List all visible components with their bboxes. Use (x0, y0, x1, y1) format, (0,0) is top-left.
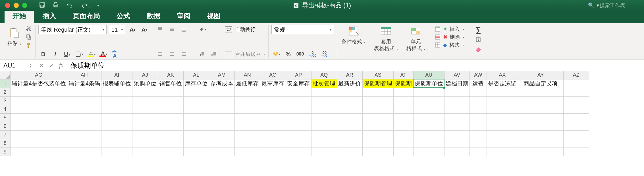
comma-icon[interactable]: 000 (295, 50, 305, 58)
cell-AM4[interactable] (209, 105, 234, 113)
cell-AW7[interactable] (470, 130, 487, 139)
cell-AO2[interactable] (260, 88, 286, 96)
cell-AZ2[interactable] (563, 88, 589, 96)
cell-AN4[interactable] (234, 105, 260, 113)
row-header-6[interactable]: 6 (0, 122, 10, 130)
cell-AP3[interactable] (286, 96, 311, 105)
name-box[interactable]: AU1 ▲▼ (0, 60, 34, 71)
cell-AV4[interactable] (444, 105, 470, 113)
cell-AQ7[interactable] (311, 130, 337, 139)
cell-AS2[interactable] (362, 88, 393, 96)
cell-AL8[interactable] (183, 139, 209, 148)
cell-AI7[interactable] (101, 130, 132, 139)
column-header-AK[interactable]: AK (158, 71, 183, 79)
cell-AV5[interactable] (444, 113, 470, 122)
cell-AH1[interactable]: 辅计量4条码 (67, 79, 101, 88)
tab-data[interactable]: 数据 (139, 9, 168, 23)
row-header-3[interactable]: 3 (0, 96, 10, 105)
cell-AT6[interactable] (393, 122, 413, 130)
cell-AI4[interactable] (101, 105, 132, 113)
cell-AW2[interactable] (470, 88, 487, 96)
cell-AN5[interactable] (234, 113, 260, 122)
align-bottom-icon[interactable] (179, 25, 189, 34)
cell-AS5[interactable] (362, 113, 393, 122)
cell-AI2[interactable] (101, 88, 132, 96)
cell-AY7[interactable] (518, 130, 563, 139)
cell-AY3[interactable] (518, 96, 563, 105)
cell-AS6[interactable] (362, 122, 393, 130)
fx-icon[interactable]: fx (59, 62, 63, 69)
column-header-AL[interactable]: AL (183, 71, 209, 79)
font-color-button[interactable]: A▾ (98, 50, 108, 58)
tab-formulas[interactable]: 公式 (109, 9, 138, 23)
cell-AO6[interactable] (260, 122, 286, 130)
cell-AS1[interactable]: 保质期管理 (362, 79, 393, 88)
cell-AG2[interactable] (10, 88, 67, 96)
cell-AY9[interactable] (518, 148, 563, 156)
row-header-1[interactable]: 1 (0, 79, 10, 88)
cell-AH4[interactable] (67, 105, 101, 113)
increase-font-icon[interactable]: A▴ (128, 25, 137, 34)
cell-AG8[interactable] (10, 139, 67, 148)
align-right-icon[interactable] (179, 50, 189, 58)
cell-AM7[interactable] (209, 130, 234, 139)
cell-AV2[interactable] (444, 88, 470, 96)
cell-AU2[interactable] (413, 88, 444, 96)
maximize-window-button[interactable] (22, 3, 27, 8)
cell-AO1[interactable]: 最高库存 (260, 79, 286, 88)
cell-AV1[interactable]: 建档日期 (444, 79, 470, 88)
cell-AM9[interactable] (209, 148, 234, 156)
cell-AU6[interactable] (413, 122, 444, 130)
increase-indent-icon[interactable] (209, 50, 219, 58)
undo-icon[interactable]: ▾ (66, 1, 75, 10)
cell-AG1[interactable]: 辅计量4是否包装单位 (10, 79, 67, 88)
column-header-AH[interactable]: AH (67, 71, 101, 79)
tab-home[interactable]: 开始 (5, 9, 34, 23)
cell-AY5[interactable] (518, 113, 563, 122)
cell-AJ5[interactable] (132, 113, 158, 122)
border-button[interactable]: ▾ (74, 50, 84, 58)
cell-AX5[interactable] (487, 113, 518, 122)
cell-AN3[interactable] (234, 96, 260, 105)
fill-icon[interactable] (473, 35, 483, 44)
paste-button[interactable]: 粘贴 ▾ (6, 27, 23, 47)
currency-icon[interactable]: ▾ (271, 50, 281, 58)
cell-AU3[interactable] (413, 96, 444, 105)
cell-AG9[interactable] (10, 148, 67, 156)
cell-AQ2[interactable] (311, 88, 337, 96)
cell-AQ1[interactable]: 批次管理 (311, 79, 337, 88)
cell-AN6[interactable] (234, 122, 260, 130)
column-header-AG[interactable]: AG (10, 71, 67, 79)
cell-AR2[interactable] (337, 88, 362, 96)
cell-AM8[interactable] (209, 139, 234, 148)
cell-AL2[interactable] (183, 88, 209, 96)
percent-icon[interactable]: % (283, 50, 293, 58)
row-header-9[interactable]: 9 (0, 148, 10, 156)
cell-AH7[interactable] (67, 130, 101, 139)
cell-AK3[interactable] (158, 96, 183, 105)
cell-AL3[interactable] (183, 96, 209, 105)
increase-decimal-icon[interactable]: .0→.00 (307, 50, 317, 58)
italic-button[interactable]: I (50, 50, 60, 58)
bold-button[interactable]: B (38, 50, 48, 58)
cell-AN1[interactable]: 最低库存 (234, 79, 260, 88)
cell-AV9[interactable] (444, 148, 470, 156)
cell-AK7[interactable] (158, 130, 183, 139)
copy-icon[interactable] (25, 34, 32, 40)
column-header-AX[interactable]: AX (487, 71, 518, 79)
cell-AS3[interactable] (362, 96, 393, 105)
search-input[interactable] (600, 3, 639, 9)
orientation-icon[interactable]: ab▾ (197, 25, 207, 34)
cell-AK5[interactable] (158, 113, 183, 122)
formula-input[interactable] (68, 62, 644, 69)
cell-AQ8[interactable] (311, 139, 337, 148)
cell-AR9[interactable] (337, 148, 362, 156)
cell-AT4[interactable] (393, 105, 413, 113)
cell-AH3[interactable] (67, 96, 101, 105)
column-header-AS[interactable]: AS (362, 71, 393, 79)
decrease-indent-icon[interactable] (197, 50, 207, 58)
print-icon[interactable] (52, 1, 59, 10)
column-header-AV[interactable]: AV (444, 71, 470, 79)
cell-AZ8[interactable] (563, 139, 589, 148)
cell-AL9[interactable] (183, 148, 209, 156)
